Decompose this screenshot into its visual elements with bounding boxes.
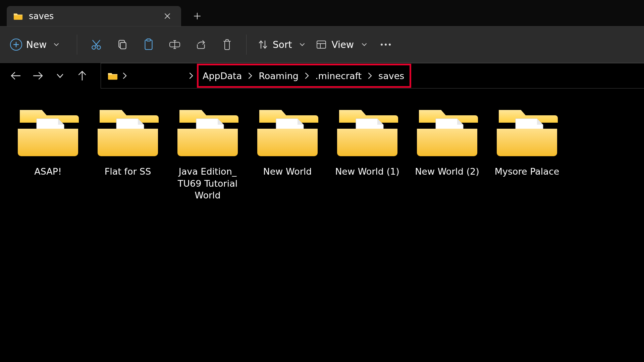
folder-name: Java Edition_ TU69 Tutorial World [172,166,243,201]
separator [77,35,77,55]
view-icon [316,40,327,50]
recent-button[interactable] [50,66,70,85]
forward-button[interactable] [28,66,48,85]
svg-rect-10 [120,43,126,49]
svg-line-8 [95,40,100,46]
tab-saves[interactable]: saves [7,6,181,26]
more-button[interactable] [373,33,399,56]
folder-icon [108,72,118,80]
chevron-down-icon [53,42,59,48]
tab-title: saves [29,11,156,21]
share-button[interactable] [188,33,214,56]
breadcrumb-segment[interactable]: AppData [201,71,243,81]
rename-icon [169,39,181,50]
folder-item[interactable]: Flat for SS [88,105,168,204]
folder-name: New World [263,166,312,178]
folder-icon [176,108,239,157]
arrow-up-icon [77,70,87,81]
chevron-right-icon[interactable] [305,72,309,79]
clipboard-icon [143,38,154,51]
breadcrumb-segment[interactable]: saves [377,71,406,81]
folder-name: Flat for SS [105,166,151,178]
svg-rect-11 [145,40,152,49]
chevron-down-icon [361,42,367,48]
folder-icon [416,108,479,157]
folder-item[interactable]: ASAP! [8,105,88,204]
sort-label: Sort [273,39,292,50]
chevron-right-icon[interactable] [368,72,372,79]
arrow-left-icon [10,71,21,80]
back-button[interactable] [6,66,25,85]
scissors-icon [91,39,102,50]
folder-icon [13,12,23,20]
folder-icon [256,108,319,157]
folder-item[interactable]: Java Edition_ TU69 Tutorial World [168,105,248,204]
address-bar[interactable]: AppData Roaming .minecraft saves [101,63,644,88]
folder-item[interactable]: Mysore Palace [487,105,567,204]
sort-icon [258,39,268,50]
share-icon [195,39,207,50]
folder-item[interactable]: New World (2) [407,105,487,204]
new-button[interactable]: New [6,33,65,56]
view-label: View [331,39,354,50]
chevron-down-icon [299,42,305,48]
paste-button[interactable] [136,33,162,56]
breadcrumb-segment[interactable]: .minecraft [314,71,363,81]
delete-button[interactable] [214,33,240,56]
cut-button[interactable] [83,33,109,56]
svg-line-9 [93,40,97,46]
folder-icon [96,108,159,157]
folder-icon [495,108,558,157]
arrow-right-icon [32,71,44,80]
new-tab-button[interactable] [187,6,207,26]
svg-rect-12 [147,39,151,41]
separator [246,35,247,55]
folder-name: ASAP! [34,166,62,178]
new-label: New [26,39,47,50]
ellipsis-icon [380,43,392,47]
chevron-right-icon[interactable] [189,72,194,79]
chevron-right-icon[interactable] [122,72,127,79]
breadcrumb-highlight: AppData Roaming .minecraft saves [197,64,411,88]
chevron-right-icon[interactable] [248,72,253,79]
rename-button[interactable] [162,33,188,56]
folder-name: Mysore Palace [495,166,559,178]
plus-circle-icon [10,39,22,51]
folder-name: New World (2) [415,166,479,178]
copy-icon [117,39,128,50]
trash-icon [222,39,232,51]
folder-icon [16,108,79,157]
copy-button[interactable] [109,33,136,56]
folder-item[interactable]: New World (1) [327,105,407,204]
view-button[interactable]: View [311,33,372,56]
chevron-down-icon [56,72,64,80]
tab-strip: saves [0,0,644,26]
breadcrumb-segment[interactable]: Roaming [257,71,300,81]
command-bar: New [0,26,644,63]
svg-point-20 [381,44,383,46]
folder-item[interactable]: New World [248,105,327,204]
folder-icon [336,108,399,157]
svg-point-21 [385,44,387,46]
svg-point-22 [389,44,391,46]
up-button[interactable] [72,66,92,85]
folder-name: New World (1) [335,166,399,178]
folder-grid: ASAP! Flat for SS Java Edition_ TU69 Tut… [0,88,644,221]
sort-button[interactable]: Sort [253,33,311,56]
close-icon[interactable] [162,10,173,22]
nav-row: AppData Roaming .minecraft saves [0,63,644,88]
svg-rect-17 [317,41,326,48]
